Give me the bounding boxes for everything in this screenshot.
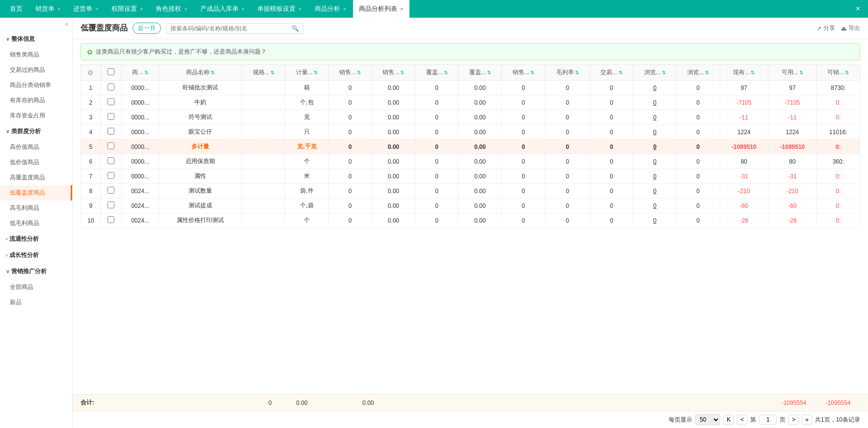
sidebar-item-all-goods[interactable]: 全部商品 (0, 280, 72, 295)
sidebar-item-sales-goods[interactable]: 销售类商品 (0, 47, 72, 62)
close-icon[interactable]: × (298, 6, 301, 12)
row-view1[interactable]: 0 (633, 140, 677, 154)
row-checkbox[interactable] (101, 110, 121, 125)
row-checkbox[interactable] (101, 213, 121, 228)
row-checkbox[interactable] (101, 184, 121, 199)
nav-tab-template[interactable]: 单据模板设置 × (251, 0, 307, 18)
view1-link[interactable]: 0 (653, 217, 656, 224)
close-icon[interactable]: × (400, 6, 403, 12)
search-input[interactable] (170, 25, 289, 32)
row-checkbox[interactable] (101, 81, 121, 95)
close-all-button[interactable]: × (852, 4, 864, 13)
th-cover2[interactable]: 覆盖...⇅ (459, 65, 502, 81)
sidebar-item-high-margin[interactable]: 高毛利商品 (0, 200, 72, 216)
row-checkbox[interactable] (101, 95, 121, 110)
row-view1[interactable]: 0 (633, 95, 677, 110)
row-name[interactable]: 属性 (159, 169, 242, 184)
nav-tab-permission[interactable]: 权限设置 × (106, 0, 149, 18)
sidebar-section-growth[interactable]: › 成长性分析 (0, 247, 72, 263)
view1-link[interactable]: 0 (653, 173, 656, 180)
th-check[interactable] (101, 65, 121, 81)
sidebar-item-stock-goods[interactable]: 有库存的商品 (0, 93, 72, 108)
view1-link[interactable]: 0 (653, 188, 656, 195)
sidebar-item-category-rate[interactable]: 商品分类动销率 (0, 78, 72, 93)
view1-link[interactable]: 0 (653, 129, 656, 136)
row-checkbox[interactable] (101, 154, 121, 169)
view1-link[interactable]: 0 (653, 114, 656, 121)
th-trade[interactable]: 交易...⇅ (590, 65, 633, 81)
share-button[interactable]: ↗ 分享 (816, 24, 835, 32)
row-view1[interactable]: 0 (633, 199, 677, 213)
view1-link[interactable]: 0 (653, 202, 656, 209)
th-view2[interactable]: 浏览...⇅ (677, 65, 720, 81)
row-name[interactable]: 测试数量 (159, 184, 242, 199)
row-name[interactable]: 多计量 (159, 140, 242, 154)
row-name[interactable]: 牛奶 (159, 95, 242, 110)
view1-link[interactable]: 0 (653, 143, 656, 150)
th-saleable[interactable]: 可销...⇅ (816, 65, 860, 81)
sidebar-section-cluster[interactable]: ∨ 类群度分析 (0, 123, 72, 140)
row-view1[interactable]: 0 (633, 169, 677, 184)
th-sales-amount[interactable]: 销售...⇅ (372, 65, 415, 81)
nav-tab-analysis[interactable]: 商品分析 × (309, 0, 352, 18)
settings-icon[interactable]: ⚙ (87, 69, 94, 77)
sidebar-item-traded-goods[interactable]: 交易过的商品 (0, 62, 72, 78)
th-sales-count[interactable]: 销售...⇅ (328, 65, 372, 81)
close-icon[interactable]: × (343, 6, 346, 12)
row-name[interactable]: 旺铺批次测试 (159, 81, 242, 95)
close-icon[interactable]: × (242, 6, 244, 12)
nav-tab-purchase[interactable]: 进货单 × (67, 0, 104, 18)
row-view1[interactable]: 0 (633, 110, 677, 125)
row-name[interactable]: 符号测试 (159, 110, 242, 125)
select-all-checkbox[interactable] (108, 68, 114, 75)
th-gross[interactable]: 毛利率⇅ (545, 65, 590, 81)
row-checkbox[interactable] (101, 169, 121, 184)
last-page-button[interactable]: » (802, 415, 812, 425)
th-name[interactable]: 商品名称⇅ (159, 65, 242, 81)
sidebar-item-low-value[interactable]: 低价值商品 (0, 155, 72, 170)
close-icon[interactable]: × (140, 6, 143, 12)
row-checkbox[interactable] (101, 140, 121, 154)
th-available[interactable]: 可用...⇅ (768, 65, 817, 81)
close-icon[interactable]: × (95, 6, 98, 12)
row-name[interactable]: 启用保质期 (159, 154, 242, 169)
row-view1[interactable]: 0 (633, 213, 677, 228)
nav-tab-role[interactable]: 角色授权 × (150, 0, 193, 18)
view1-link[interactable]: 0 (653, 158, 656, 165)
page-number-input[interactable] (759, 415, 777, 425)
page-size-select[interactable]: 50 20 100 (695, 414, 720, 425)
prev-page-button[interactable]: < (737, 415, 747, 425)
th-unit[interactable]: 计量...⇅ (285, 65, 328, 81)
th-view1[interactable]: 浏览...⇅ (633, 65, 677, 81)
first-page-button[interactable]: K (723, 415, 734, 425)
view1-link[interactable]: 0 (653, 99, 656, 106)
row-view1[interactable]: 0 (633, 125, 677, 140)
th-settings[interactable]: ⚙ (81, 65, 101, 81)
sidebar-item-low-coverage[interactable]: 低覆盖度商品 (0, 185, 72, 200)
sidebar-item-low-margin[interactable]: 低毛利商品 (0, 216, 72, 231)
th-cover1[interactable]: 覆盖...⇅ (415, 65, 458, 81)
sidebar-item-new-goods[interactable]: 新品 (0, 295, 72, 310)
th-code[interactable]: 商...⇅ (121, 65, 159, 81)
filter-recent-button[interactable]: 近一月 (133, 23, 161, 34)
view1-link[interactable]: 0 (653, 85, 656, 91)
row-checkbox[interactable] (101, 125, 121, 140)
sidebar-section-overall[interactable]: ∨ 整体信息 (0, 31, 72, 47)
sidebar-section-marketing[interactable]: ∨ 营销推广分析 (0, 263, 72, 280)
sidebar-item-high-value[interactable]: 高价值商品 (0, 140, 72, 155)
sidebar-collapse-button[interactable]: « (0, 18, 72, 31)
row-view1[interactable]: 0 (633, 184, 677, 199)
th-current[interactable]: 现有...⇅ (720, 65, 768, 81)
row-checkbox[interactable] (101, 199, 121, 213)
sidebar-item-high-coverage[interactable]: 高覆盖度商品 (0, 170, 72, 185)
nav-tab-sales[interactable]: 销货单 × (29, 0, 66, 18)
close-icon[interactable]: × (184, 6, 187, 12)
row-view1[interactable]: 0 (633, 81, 677, 95)
nav-tab-analysis-list[interactable]: 商品分析列表 × (353, 0, 409, 18)
th-sales3[interactable]: 销售...⇅ (502, 65, 545, 81)
close-icon[interactable]: × (57, 6, 60, 12)
next-page-button[interactable]: > (788, 415, 799, 425)
nav-tab-product-stock[interactable]: 产成品入库单 × (194, 0, 250, 18)
row-name[interactable]: 眼宝公仔 (159, 125, 242, 140)
export-button[interactable]: ⏏ 导出 (841, 24, 860, 32)
